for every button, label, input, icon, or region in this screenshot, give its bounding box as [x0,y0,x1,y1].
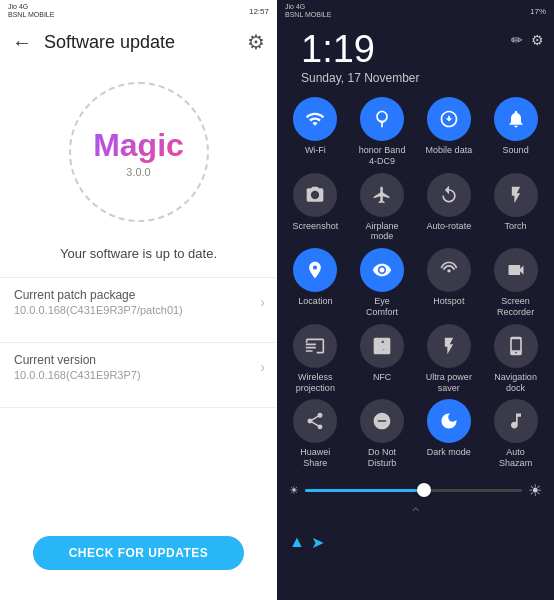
nav-dock-icon [494,324,538,368]
auto-shazam-icon [494,399,538,443]
tile-honor-band[interactable]: honor Band 4-DC9 [352,97,413,167]
tile-nfc-label: NFC [373,372,392,383]
autorotate-icon [427,173,471,217]
tile-torch[interactable]: Torch [485,173,546,243]
tile-wireless-proj-label: Wireless projection [291,372,339,394]
quick-settings-panel: Jio 4G BSNL MOBILE 17% 1:19 Sunday, 17 N… [277,0,554,600]
carrier1: Jio 4G [8,3,54,11]
tile-hotspot-label: Hotspot [433,296,464,307]
settings-icon-right[interactable]: ⚙ [531,32,544,48]
status-bar-right: Jio 4G BSNL MOBILE 17% [277,0,554,22]
tile-wireless-proj[interactable]: Wireless projection [285,324,346,394]
nav-icon1: ▲ [289,533,305,552]
tile-dark-mode[interactable]: Dark mode [419,399,480,469]
patch-package-row[interactable]: Current patch package 10.0.0.168(C431E9R… [0,278,277,326]
patch-title: Current patch package [14,288,263,302]
tile-nav-dock-label: Navigation dock [492,372,540,394]
wifi-icon [293,97,337,141]
location-icon [293,248,337,292]
wireless-proj-icon [293,324,337,368]
tile-location[interactable]: Location [285,248,346,318]
check-updates-button[interactable]: CHECK FOR UPDATES [33,536,245,570]
tile-sound-label: Sound [503,145,529,156]
time-display: 1:19 [287,24,434,71]
version-title: Current version [14,353,263,367]
nav-icon2: ➤ [311,533,324,552]
tile-dnd-label: Do Not Disturb [358,447,406,469]
current-version-row[interactable]: Current version 10.0.0.168(C431E9R3P7) › [0,343,277,391]
magic-label: Magic [93,127,184,164]
version-value: 10.0.0.168(C431E9R3P7) [14,369,263,381]
honor-band-icon [360,97,404,141]
do-not-disturb-icon [360,399,404,443]
tile-ultra-power-label: Ultra power saver [425,372,473,394]
tile-honor-band-label: honor Band 4-DC9 [358,145,406,167]
tile-screenshot-label: Screenshot [293,221,339,232]
carrier2: BSNL MOBILE [8,11,54,19]
carrier-info-right: Jio 4G BSNL MOBILE [285,3,331,20]
tile-wifi[interactable]: Wi-Fi [285,97,346,167]
software-update-panel: Jio 4G BSNL MOBILE 12:57 ← Software upda… [0,0,277,600]
nfc-icon [360,324,404,368]
tile-auto-shazam[interactable]: Auto Shazam [485,399,546,469]
bottom-nav: ▲ ➤ [277,527,554,558]
settings-icon[interactable]: ⚙ [247,30,265,54]
hotspot-icon [427,248,471,292]
ultra-power-icon [427,324,471,368]
dark-mode-icon [427,399,471,443]
back-button[interactable]: ← [12,31,32,54]
tile-nfc[interactable]: NFC [352,324,413,394]
quick-tiles-grid: Wi-Fi honor Band 4-DC9 Mobile data Sound [277,93,554,473]
brightness-min-icon: ☀ [289,484,299,497]
tile-nav-dock[interactable]: Navigation dock [485,324,546,394]
eye-comfort-icon [360,248,404,292]
tile-do-not-disturb[interactable]: Do Not Disturb [352,399,413,469]
up-chevron: ⌃ [409,504,422,523]
battery-right: 17% [530,7,546,16]
divider3 [0,407,277,408]
tile-wifi-label: Wi-Fi [305,145,326,156]
tile-eye-comfort-label: Eye Comfort [358,296,406,318]
patch-value: 10.0.0.168(C431E9R3P7/patch01) [14,304,263,316]
tile-screenshot[interactable]: Screenshot [285,173,346,243]
tile-auto-shazam-label: Auto Shazam [492,447,540,469]
tile-huawei-share-label: Huawei Share [291,447,339,469]
torch-icon [494,173,538,217]
date-display: Sunday, 17 November [287,71,434,93]
tile-mobile-data-label: Mobile data [426,145,473,156]
screen-recorder-icon [494,248,538,292]
magic-version: 3.0.0 [126,166,150,178]
mobile-data-icon [427,97,471,141]
tile-autorotate-label: Auto-rotate [427,221,472,232]
tile-hotspot[interactable]: Hotspot [419,248,480,318]
tile-torch-label: Torch [505,221,527,232]
brightness-slider[interactable] [305,489,522,492]
tile-airplane[interactable]: Airplane mode [352,173,413,243]
tile-location-label: Location [298,296,332,307]
carrier-info: Jio 4G BSNL MOBILE [8,3,54,18]
status-icons: 12:57 [249,7,269,16]
tile-eye-comfort[interactable]: Eye Comfort [352,248,413,318]
arrow-up[interactable]: ⌃ [277,504,554,527]
nav-bar: ← Software update ⚙ [0,22,277,62]
tile-autorotate[interactable]: Auto-rotate [419,173,480,243]
status-right: 17% [530,7,546,16]
screenshot-icon [293,173,337,217]
tile-sound[interactable]: Sound [485,97,546,167]
tile-airplane-label: Airplane mode [358,221,406,243]
status-message: Your software is up to date. [0,246,277,261]
huawei-share-icon [293,399,337,443]
brightness-row: ☀ ☀ [277,473,554,504]
time-left: 12:57 [249,7,269,16]
tile-screen-recorder[interactable]: Screen Recorder [485,248,546,318]
tile-huawei-share[interactable]: Huawei Share [285,399,346,469]
status-bar-left: Jio 4G BSNL MOBILE 12:57 [0,0,277,22]
magic-circle: Magic 3.0.0 [69,82,209,222]
airplane-icon [360,173,404,217]
edit-icon[interactable]: ✏ [511,32,523,48]
tile-mobile-data[interactable]: Mobile data [419,97,480,167]
carrier1-right: Jio 4G [285,3,331,11]
tile-dark-mode-label: Dark mode [427,447,471,458]
version-arrow: › [260,359,265,375]
tile-ultra-power[interactable]: Ultra power saver [419,324,480,394]
